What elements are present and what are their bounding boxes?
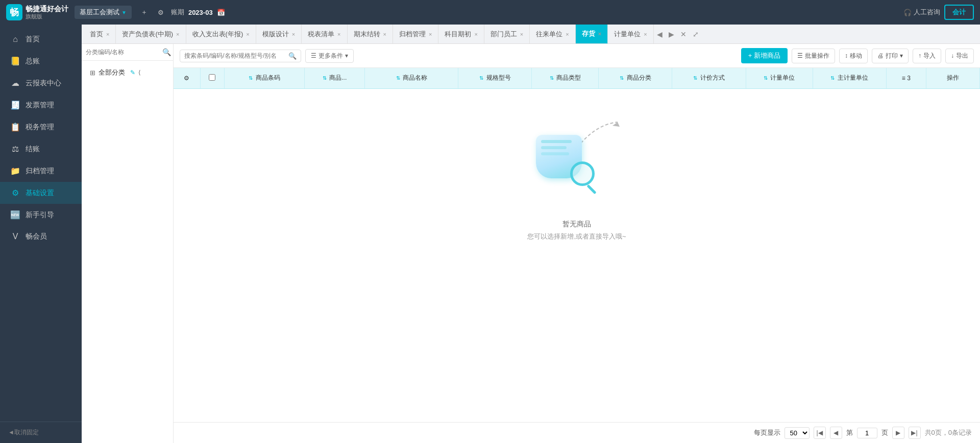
col-header-gear[interactable]: ⚙ <box>174 68 200 88</box>
tab-income[interactable]: 收入支出表(年报) × <box>186 25 256 44</box>
page-prev-button[interactable]: ◀ <box>830 427 842 439</box>
table-area: 🔍 ☰ 更多条件 ▾ + 新增商品 ☰ 批量操作 <box>174 44 980 443</box>
sidebar-item-archive[interactable]: 📁 归档管理 <box>0 160 82 182</box>
document-shape <box>536 135 597 191</box>
col-header-col3[interactable]: ≡ 3 <box>886 68 926 88</box>
tab-archive[interactable]: 归档管理 × <box>393 25 438 44</box>
sidebar-item-tax[interactable]: 📋 税务管理 <box>0 116 82 138</box>
sidebar-item-invoice[interactable]: 🧾 发票管理 <box>0 94 82 116</box>
tab-unit-close[interactable]: × <box>644 31 647 37</box>
export-button[interactable]: ↓ 导出 <box>945 49 974 63</box>
sidebar-item-home[interactable]: ⌂ 首页 <box>0 29 82 50</box>
batch-operation-button[interactable]: ☰ 批量操作 <box>792 49 835 63</box>
company-name: 基层工会测试 <box>80 8 119 17</box>
tab-taxlist[interactable]: 税表清单 × <box>302 25 347 44</box>
app-name: 畅捷通好会计 旗舰版 <box>26 5 68 20</box>
sort-icon-main-unit: ⇅ <box>830 75 835 81</box>
tab-dept-close[interactable]: × <box>520 31 523 37</box>
empty-state: 暂无商品 您可以选择新增,或者直接导入哦~ <box>174 89 980 272</box>
page-last-button[interactable]: ▶| <box>909 427 921 439</box>
tab-expand[interactable]: ⤢ <box>690 30 702 38</box>
pagination-bar: 每页显示 50 |◀ ◀ 第 页 ▶ ▶| 共0页，0条记录 <box>174 422 980 443</box>
category-search-icon[interactable]: 🔍 <box>162 48 171 56</box>
tab-archive-close[interactable]: × <box>429 31 432 37</box>
grid-icon: ⊞ <box>90 69 95 77</box>
tab-home-label: 首页 <box>90 30 103 39</box>
search-icon[interactable]: 🔍 <box>288 52 297 60</box>
tab-template[interactable]: 模版设计 × <box>256 25 302 44</box>
table-wrapper: ⚙ ⇅ 商品条码 ⇅ <box>174 68 980 422</box>
add-product-button[interactable]: + 新增商品 <box>741 48 788 63</box>
sidebar-item-close[interactable]: ⚖ 结账 <box>0 138 82 160</box>
col-header-barcode[interactable]: ⇅ 商品条码 <box>225 68 305 88</box>
col-header-name[interactable]: ⇅ 商品名称 <box>365 68 458 88</box>
tab-period-close-icon[interactable]: × <box>383 31 386 37</box>
tab-taxlist-label: 税表清单 <box>308 30 334 39</box>
tab-balance-close[interactable]: × <box>176 31 179 37</box>
tab-dept[interactable]: 部门员工 × <box>484 25 530 44</box>
sort-icon-code: ⇅ <box>323 75 327 81</box>
tab-contact-close[interactable]: × <box>566 31 569 37</box>
logo-icon: 畅 <box>6 4 22 20</box>
unpin-button[interactable]: ◄取消固定 <box>0 422 82 443</box>
page-first-button[interactable]: |◀ <box>814 427 826 439</box>
sidebar-item-ledger[interactable]: 📒 总账 <box>0 50 82 72</box>
col-header-category[interactable]: ⇅ 商品分类 <box>599 68 672 88</box>
tab-scroll-right[interactable]: ▶ <box>666 30 677 38</box>
search-input[interactable] <box>184 52 286 59</box>
category-search-input[interactable] <box>86 49 162 56</box>
tab-subject[interactable]: 科目期初 × <box>438 25 484 44</box>
tab-period-close[interactable]: 期末结转 × <box>348 25 393 44</box>
sidebar-label-close: 结账 <box>26 145 40 154</box>
col-header-main-unit[interactable]: ⇅ 主计量单位 <box>813 68 886 88</box>
account-type-button[interactable]: 会计 <box>944 5 974 20</box>
add-tab-button[interactable]: ＋ <box>138 6 151 19</box>
tab-income-label: 收入支出表(年报) <box>192 30 243 39</box>
tab-home[interactable]: 首页 × <box>84 25 116 44</box>
filter-icon: ☰ <box>311 52 316 59</box>
col-header-spec[interactable]: ⇅ 规格型号 <box>458 68 532 88</box>
tab-balance[interactable]: 资产负债表(中期) × <box>116 25 186 44</box>
service-button[interactable]: 🎧 人工咨询 <box>903 8 940 17</box>
page-next-button[interactable]: ▶ <box>892 427 904 439</box>
col-header-type[interactable]: ⇅ 商品类型 <box>532 68 599 88</box>
tab-taxlist-close[interactable]: × <box>337 31 340 37</box>
tab-income-close[interactable]: × <box>246 31 249 37</box>
tab-template-close[interactable]: × <box>292 31 295 37</box>
tab-bar: 首页 × 资产负债表(中期) × 收入支出表(年报) × 模版设计 × 税表清单… <box>82 25 980 44</box>
settings-button[interactable]: ⚙ <box>155 7 167 18</box>
page-number-input[interactable] <box>857 428 877 438</box>
import-icon: ↑ <box>918 52 921 59</box>
tab-unit[interactable]: 计量单位 × <box>608 25 653 44</box>
company-selector[interactable]: 基层工会测试 ▼ <box>75 6 132 19</box>
select-all-checkbox[interactable] <box>209 74 215 81</box>
tab-inventory-close[interactable]: × <box>598 31 601 37</box>
tab-period-close-label: 期末结转 <box>354 30 380 39</box>
import-button[interactable]: ↑ 导入 <box>913 49 941 63</box>
move-button[interactable]: ↕ 移动 <box>839 49 868 63</box>
tab-home-close[interactable]: × <box>106 31 109 37</box>
category-edit-icon[interactable]: ✎ <box>130 69 135 76</box>
page-size-select[interactable]: 50 <box>785 427 810 439</box>
calendar-icon[interactable]: 📅 <box>217 9 225 16</box>
col-header-price-method[interactable]: ⇅ 计价方式 <box>672 68 746 88</box>
col-header-code[interactable]: ⇅ 商品... <box>305 68 365 88</box>
sidebar-item-settings[interactable]: ⚙ 基础设置 <box>0 182 82 204</box>
sort-icon-price: ⇅ <box>693 75 697 81</box>
tab-scroll-left[interactable]: ◀ <box>654 30 666 38</box>
tab-close-all[interactable]: ✕ <box>677 30 690 38</box>
col-header-check[interactable] <box>200 68 224 88</box>
category-collapse-button[interactable]: ⟨ <box>138 69 141 76</box>
toolbar-right: + 新增商品 ☰ 批量操作 ↕ 移动 🖨 打印 <box>741 48 974 63</box>
print-button[interactable]: 🖨 打印 ▾ <box>872 49 909 63</box>
sidebar-item-reports[interactable]: ☁ 云报表中心 <box>0 72 82 94</box>
content-area: 首页 × 资产负债表(中期) × 收入支出表(年报) × 模版设计 × 税表清单… <box>82 25 980 443</box>
category-all-item[interactable]: ⊞ 全部分类 ✎ ⟨ <box>86 65 169 80</box>
col-header-unit[interactable]: ⇅ 计量单位 <box>746 68 813 88</box>
tab-subject-close[interactable]: × <box>474 31 477 37</box>
sidebar-item-member[interactable]: V 畅会员 <box>0 226 82 247</box>
tab-inventory[interactable]: 存货 × <box>576 25 608 44</box>
tab-contact[interactable]: 往来单位 × <box>530 25 575 44</box>
more-filter-button[interactable]: ☰ 更多条件 ▾ <box>305 49 354 63</box>
sidebar-item-guide[interactable]: 🆕 新手引导 <box>0 204 82 226</box>
